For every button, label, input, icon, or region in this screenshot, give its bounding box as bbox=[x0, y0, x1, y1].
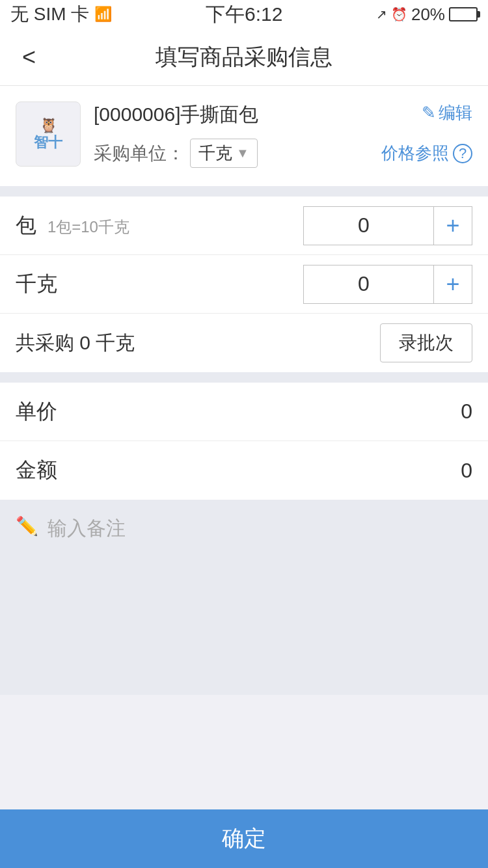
notes-inner: ✏️ 输入备注 bbox=[16, 515, 472, 542]
product-thumbnail: 🦉 智十 bbox=[16, 102, 81, 167]
status-bar: 无 SIM 卡 📶 下午6:12 ↗ ⏰ 20% bbox=[0, 0, 488, 29]
product-header: [0000006]手撕面包 ✎编辑 bbox=[94, 102, 472, 128]
question-icon: ? bbox=[453, 144, 472, 163]
unit-price-value: 0 bbox=[461, 400, 472, 424]
pencil-icon: ✏️ bbox=[16, 515, 38, 537]
nav-bar: < 填写商品采购信息 bbox=[0, 29, 488, 86]
sim-label: 无 SIM 卡 bbox=[10, 2, 89, 27]
location-icon: ↗ bbox=[376, 7, 387, 22]
edit-button[interactable]: ✎编辑 bbox=[422, 102, 472, 124]
amount-value: 0 bbox=[461, 459, 472, 483]
alarm-icon: ⏰ bbox=[391, 7, 407, 22]
kg-qty-input[interactable] bbox=[303, 265, 433, 304]
status-time: 下午6:12 bbox=[206, 1, 282, 28]
summary-row: 共采购 0 千克 录批次 bbox=[0, 314, 488, 372]
unit-select-dropdown[interactable]: 千克 ▼ bbox=[190, 139, 258, 168]
record-batch-button[interactable]: 录批次 bbox=[380, 323, 472, 362]
amount-label: 金额 bbox=[16, 456, 57, 485]
amount-row: 金额 0 bbox=[0, 441, 488, 500]
unit-price-label: 单价 bbox=[16, 398, 57, 426]
unit-label: 采购单位： bbox=[94, 141, 185, 166]
product-logo: 🦉 智十 bbox=[34, 117, 62, 152]
product-card: 🦉 智十 [0000006]手撕面包 ✎编辑 采购单位： 千克 ▼ 价格参照 ? bbox=[0, 86, 488, 186]
bao-input-plus: + bbox=[303, 206, 472, 245]
battery-icon bbox=[449, 7, 478, 21]
bao-plus-button[interactable]: + bbox=[433, 206, 472, 245]
unit-price-row: 单价 0 bbox=[0, 383, 488, 441]
product-info: [0000006]手撕面包 ✎编辑 采购单位： 千克 ▼ 价格参照 ? bbox=[94, 102, 472, 168]
kg-label: 千克 bbox=[16, 270, 303, 299]
page-title: 填写商品采购信息 bbox=[156, 42, 332, 72]
bao-input-section: 包 1包=10千克 + 千克 + bbox=[0, 197, 488, 314]
bao-input-row: 包 1包=10千克 + bbox=[0, 197, 488, 255]
purchase-unit-row: 采购单位： 千克 ▼ 价格参照 ? bbox=[94, 139, 472, 168]
kg-input-row: 千克 + bbox=[0, 255, 488, 314]
product-name: [0000006]手撕面包 bbox=[94, 102, 258, 128]
notes-section[interactable]: ✏️ 输入备注 bbox=[0, 500, 488, 695]
section-divider-2 bbox=[0, 372, 488, 383]
logo-text: 智十 bbox=[34, 134, 62, 151]
chevron-down-icon: ▼ bbox=[236, 146, 249, 161]
section-divider-1 bbox=[0, 186, 488, 197]
notes-placeholder: 输入备注 bbox=[47, 515, 126, 542]
logo-icon: 🦉 bbox=[40, 117, 57, 134]
back-button[interactable]: < bbox=[16, 37, 42, 77]
status-left: 无 SIM 卡 📶 bbox=[10, 2, 112, 27]
bao-qty-input[interactable] bbox=[303, 206, 433, 245]
battery-percent: 20% bbox=[411, 5, 445, 25]
status-right: ↗ ⏰ 20% bbox=[376, 5, 478, 25]
kg-input-plus: + bbox=[303, 265, 472, 304]
price-reference-button[interactable]: 价格参照 ? bbox=[381, 142, 472, 165]
kg-plus-button[interactable]: + bbox=[433, 265, 472, 304]
unit-select-value: 千克 bbox=[198, 142, 232, 165]
confirm-button[interactable]: 确定 bbox=[0, 809, 488, 868]
summary-text: 共采购 0 千克 bbox=[16, 330, 135, 357]
wifi-icon: 📶 bbox=[94, 6, 112, 23]
bao-label: 包 1包=10千克 bbox=[16, 211, 303, 240]
price-section: 单价 0 金额 0 bbox=[0, 383, 488, 500]
